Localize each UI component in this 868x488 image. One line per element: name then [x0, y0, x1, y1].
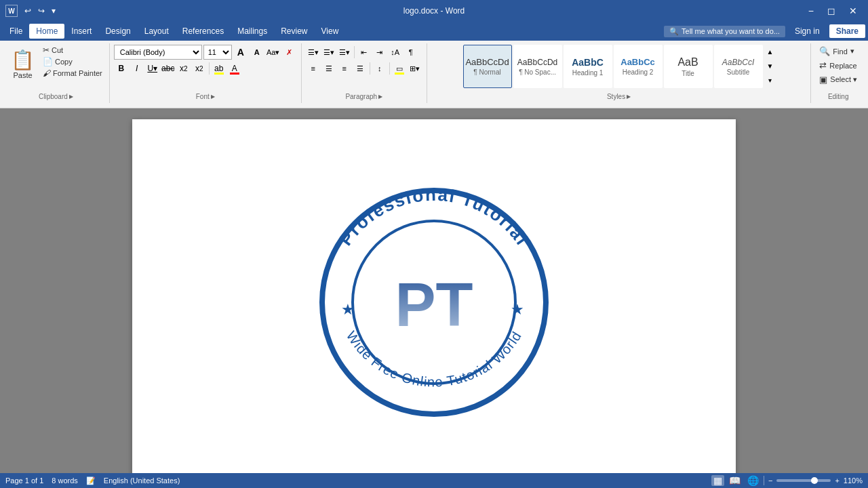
menu-mailings[interactable]: Mailings — [231, 24, 274, 39]
share-button[interactable]: Share — [829, 24, 865, 38]
menu-file[interactable]: File — [3, 24, 29, 39]
menu-references[interactable]: References — [176, 24, 231, 39]
style-h1-preview: AaBbC — [572, 57, 604, 68]
superscript-button[interactable]: x2 — [192, 61, 207, 76]
word-icon: W — [5, 5, 18, 17]
paste-button[interactable]: 📋 Paste — [7, 45, 39, 85]
read-mode-view-btn[interactable]: 📖 — [727, 475, 743, 486]
menu-insert[interactable]: Insert — [64, 24, 98, 39]
strikethrough-button[interactable]: abc — [161, 61, 176, 76]
sign-in-button[interactable]: Sign in — [791, 25, 824, 37]
font-size-select[interactable]: 11 — [203, 45, 232, 60]
undo-button[interactable]: ↩ — [22, 5, 34, 17]
word-count: 8 words — [52, 476, 78, 485]
replace-button[interactable]: ⇄ Replace — [815, 59, 861, 72]
format-painter-label: Format Painter — [53, 69, 102, 77]
editing-group-content: 🔍 Find ▾ ⇄ Replace ▣ Select ▾ — [815, 45, 861, 93]
align-center-button[interactable]: ☰ — [321, 61, 336, 76]
font-grow-button[interactable]: A — [233, 45, 248, 60]
numbering-button[interactable]: ☰▾ — [321, 45, 336, 60]
style-nospace-label: ¶ No Spac... — [519, 68, 556, 76]
font-row1: Calibri (Body) 11 A A Aa▾ ✗ — [114, 45, 297, 60]
increase-indent-button[interactable]: ⇥ — [372, 45, 387, 60]
font-expand-icon[interactable]: ▶ — [211, 94, 215, 100]
sort-button[interactable]: ↕A — [388, 45, 403, 60]
style-heading1[interactable]: AaBbC Heading 1 — [564, 45, 612, 88]
search-box[interactable]: 🔍 Tell me what you want to do... — [664, 26, 785, 37]
justify-button[interactable]: ☰ — [353, 61, 368, 76]
document-area: Professional Tutorial ★ ★ Wide Free Onli… — [0, 108, 868, 473]
style-heading2[interactable]: AaBbCc Heading 2 — [614, 45, 663, 88]
para-controls: ☰▾ ☰▾ ☰▾ ⇤ ⇥ ↕A ¶ ≡ ☰ ≡ ☰ — [306, 45, 422, 76]
style-title[interactable]: AaB Title — [664, 45, 713, 88]
paragraph-label: Paragraph ▶ — [306, 93, 422, 102]
text-highlight-button[interactable]: ab — [212, 61, 226, 76]
zoom-slider[interactable] — [776, 479, 831, 482]
menu-view[interactable]: View — [315, 24, 346, 39]
ribbon: 📋 Paste ✂ Cut 📄 Copy 🖌 Format Painter — [0, 41, 868, 108]
style-subtitle[interactable]: AaBbCcI Subtitle — [714, 45, 763, 88]
para-sep2 — [370, 62, 370, 75]
replace-label: Replace — [829, 62, 856, 70]
style-no-spacing[interactable]: AaBbCcDd ¶ No Spac... — [513, 45, 562, 88]
find-button[interactable]: 🔍 Find ▾ — [815, 45, 861, 58]
clipboard-group-content: 📋 Paste ✂ Cut 📄 Copy 🖌 Format Painter — [7, 45, 105, 93]
borders-button[interactable]: ⊞▾ — [408, 61, 422, 76]
search-icon: 🔍 — [669, 27, 679, 36]
font-color-button[interactable]: A — [227, 61, 242, 76]
redo-button[interactable]: ↪ — [35, 5, 47, 17]
font-group-content: Calibri (Body) 11 A A Aa▾ ✗ B I U▾ — [114, 45, 297, 93]
cut-icon: ✂ — [43, 45, 50, 55]
clipboard-label: Clipboard ▶ — [7, 93, 105, 102]
editing-controls: 🔍 Find ▾ ⇄ Replace ▣ Select ▾ — [815, 45, 861, 86]
menu-design[interactable]: Design — [98, 24, 137, 39]
customize-button[interactable]: ▾ — [49, 5, 58, 17]
decrease-indent-button[interactable]: ⇤ — [357, 45, 372, 60]
styles-scroll-up[interactable]: ▲ — [766, 45, 775, 58]
align-right-button[interactable]: ≡ — [337, 61, 352, 76]
style-normal[interactable]: AaBbCcDd ¶ Normal — [463, 45, 512, 88]
italic-button[interactable]: I — [130, 61, 144, 76]
multilevel-button[interactable]: ☰▾ — [337, 45, 352, 60]
line-spacing-button[interactable]: ↕ — [372, 61, 387, 76]
close-button[interactable]: ✕ — [844, 3, 863, 19]
clipboard-expand-icon[interactable]: ▶ — [69, 94, 73, 100]
style-h2-label: Heading 2 — [623, 68, 654, 76]
font-name-select[interactable]: Calibri (Body) — [114, 45, 202, 60]
show-marks-button[interactable]: ¶ — [403, 45, 418, 60]
print-layout-view-btn[interactable]: ▦ — [711, 475, 724, 486]
menu-review[interactable]: Review — [274, 24, 314, 39]
subscript-button[interactable]: x2 — [176, 61, 191, 76]
style-title-preview: AaB — [677, 56, 698, 68]
bullets-button[interactable]: ☰▾ — [306, 45, 321, 60]
styles-group-content: AaBbCcDd ¶ Normal AaBbCcDd ¶ No Spac... … — [463, 45, 775, 93]
font-shrink-button[interactable]: A — [250, 45, 264, 60]
styles-label: Styles ▶ — [431, 93, 807, 102]
styles-scroll-down[interactable]: ▼ — [766, 59, 775, 73]
underline-button[interactable]: U▾ — [145, 61, 160, 76]
sign-in-area: Sign in Share — [791, 24, 865, 38]
clear-format-button[interactable]: ✗ — [282, 45, 297, 60]
styles-expand[interactable]: ▾ — [766, 73, 775, 87]
cut-button[interactable]: ✂ Cut — [40, 45, 105, 56]
restore-button[interactable]: ◻ — [822, 3, 841, 19]
menu-layout[interactable]: Layout — [138, 24, 176, 39]
zoom-in-button[interactable]: + — [833, 476, 840, 485]
paste-label: Paste — [13, 71, 32, 79]
align-left-button[interactable]: ≡ — [306, 61, 321, 76]
change-case-button[interactable]: Aa▾ — [266, 45, 281, 60]
web-layout-view-btn[interactable]: 🌐 — [745, 475, 761, 486]
paragraph-expand-icon[interactable]: ▶ — [378, 94, 382, 100]
copy-button[interactable]: 📄 Copy — [40, 56, 105, 67]
zoom-out-button[interactable]: − — [767, 476, 774, 485]
font-label: Font ▶ — [114, 93, 297, 102]
bold-button[interactable]: B — [114, 61, 129, 76]
format-painter-button[interactable]: 🖌 Format Painter — [40, 68, 105, 79]
para-sep1 — [354, 46, 355, 58]
paste-icon: 📋 — [11, 51, 35, 70]
shading-button[interactable]: ▭ — [392, 61, 407, 76]
select-button[interactable]: ▣ Select ▾ — [815, 73, 861, 86]
styles-expand-icon[interactable]: ▶ — [627, 94, 631, 100]
menu-home[interactable]: Home — [29, 24, 64, 39]
minimize-button[interactable]: − — [803, 3, 819, 19]
